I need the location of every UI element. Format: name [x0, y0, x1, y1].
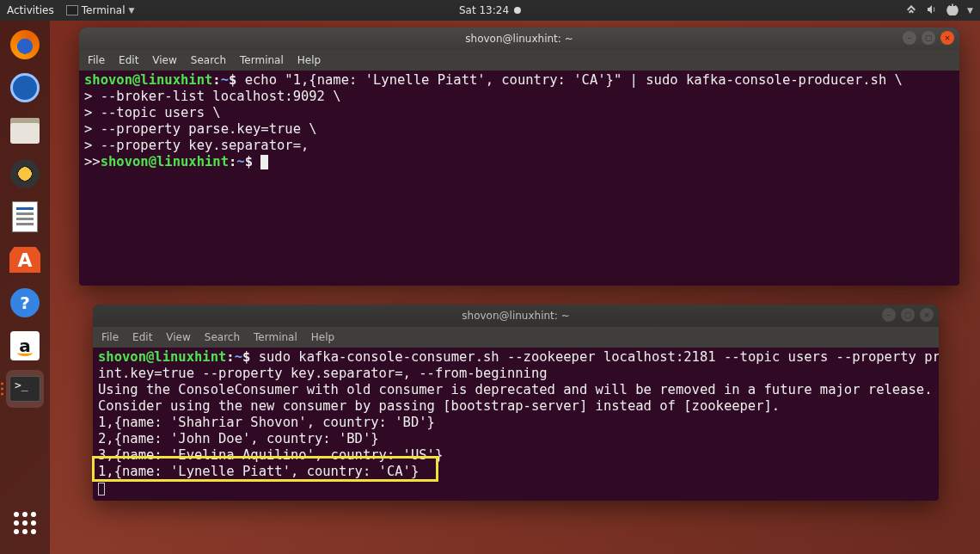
chevron-down-icon: ▼: [967, 6, 973, 15]
writer-icon: [12, 201, 38, 232]
output-row-2: 2,{name: 'John Doe', country: 'BD'}: [98, 431, 379, 446]
close-button[interactable]: ×: [920, 308, 934, 322]
firefox-icon: [10, 30, 40, 59]
menu-terminal[interactable]: Terminal: [254, 331, 297, 343]
amazon-icon: a: [10, 331, 40, 360]
menubar: File Edit View Search Terminal Help: [93, 327, 939, 348]
prompt-path: ~: [235, 349, 242, 365]
prompt-colon: :: [212, 72, 220, 88]
prompt-dollar: $: [229, 72, 245, 88]
menu-view[interactable]: View: [152, 54, 176, 66]
cmd-line-3: > --property parse.key=true \: [84, 121, 317, 137]
prompt-dollar-2: $: [245, 154, 261, 169]
menu-file[interactable]: File: [101, 331, 119, 343]
terminal-body[interactable]: shovon@linuxhint:~$ sudo kafka-console-c…: [93, 348, 939, 501]
dock-app-terminal[interactable]: [6, 370, 44, 408]
minimize-button[interactable]: –: [903, 31, 916, 45]
volume-icon: [926, 3, 938, 18]
clock-label: Sat 13:24: [459, 4, 509, 16]
cmd-line-1: int.key=true --property key.separator=, …: [98, 366, 548, 381]
output-row-3: 3,{name: 'Evelina Aquilino', country: 'U…: [98, 447, 443, 463]
chevron-down-icon: ▼: [128, 6, 134, 15]
output-line-1: Consider using the new consumer by passi…: [98, 398, 780, 414]
menu-view[interactable]: View: [166, 331, 190, 343]
menu-search[interactable]: Search: [205, 331, 240, 343]
prompt-path: ~: [221, 72, 229, 88]
cursor-icon: [260, 155, 268, 169]
dock-app-thunderbird[interactable]: [6, 69, 44, 107]
help-icon: ?: [10, 288, 40, 317]
window-title: shovon@linuxhint: ~: [465, 33, 573, 45]
software-icon: [9, 247, 40, 273]
output-row-4: 1,{name: 'Lynelle Piatt', country: 'CA'}: [98, 464, 419, 479]
prompt-user-2: shovon@linuxhint: [101, 154, 229, 169]
appmenu-terminal[interactable]: Terminal ▼: [66, 4, 135, 16]
output-row-1: 1,{name: 'Shahriar Shovon', country: 'BD…: [98, 415, 435, 430]
prompt-user: shovon@linuxhint: [98, 349, 226, 365]
dock-app-help[interactable]: ?: [6, 284, 44, 322]
cmd-line-4: > --property key.separator=,: [84, 138, 309, 153]
prompt-path-2: ~: [236, 154, 244, 169]
notification-dot-icon: [514, 7, 521, 14]
activities-button[interactable]: Activities: [7, 4, 54, 16]
close-button[interactable]: ×: [940, 31, 954, 45]
menu-edit[interactable]: Edit: [119, 54, 138, 66]
menu-help[interactable]: Help: [311, 331, 334, 343]
minimize-button[interactable]: –: [882, 308, 896, 322]
power-icon: [946, 3, 959, 18]
cursor-outline-icon: [98, 483, 105, 496]
maximize-button[interactable]: ▢: [901, 308, 915, 322]
terminal-body[interactable]: shovon@linuxhint:~$ echo "1,{name: 'Lyne…: [79, 71, 959, 175]
window-title: shovon@linuxhint: ~: [462, 310, 569, 322]
system-status-area[interactable]: ▼: [905, 3, 973, 18]
cmd-line-5: >>: [84, 154, 101, 169]
titlebar[interactable]: shovon@linuxhint: ~ – ▢ ×: [79, 28, 959, 50]
terminal-window-consumer: shovon@linuxhint: ~ – ▢ × File Edit View…: [93, 305, 939, 501]
menu-file[interactable]: File: [88, 54, 105, 66]
clock[interactable]: Sat 13:24: [459, 4, 521, 16]
menu-search[interactable]: Search: [191, 54, 226, 66]
dock-app-rhythmbox[interactable]: [6, 155, 44, 193]
dock-app-files[interactable]: [6, 112, 44, 150]
apps-grid-icon: [14, 512, 36, 534]
maximize-button[interactable]: ▢: [922, 31, 935, 45]
menubar: File Edit View Search Terminal Help: [79, 50, 959, 71]
terminal-window-producer: shovon@linuxhint: ~ – ▢ × File Edit View…: [79, 28, 959, 286]
prompt-dollar: $: [242, 349, 259, 365]
prompt-colon-2: :: [229, 154, 236, 169]
show-applications-button[interactable]: [6, 504, 44, 542]
menu-help[interactable]: Help: [297, 54, 321, 66]
files-icon: [10, 118, 40, 144]
network-icon: [905, 3, 917, 18]
dock-app-software[interactable]: [6, 241, 44, 279]
appmenu-label: Terminal: [82, 4, 126, 16]
thunderbird-icon: [10, 73, 40, 102]
terminal-small-icon: [66, 5, 78, 15]
menu-terminal[interactable]: Terminal: [240, 54, 284, 66]
dock-app-writer[interactable]: [6, 198, 44, 236]
dock-app-amazon[interactable]: a: [6, 327, 44, 365]
titlebar[interactable]: shovon@linuxhint: ~ – ▢ ×: [93, 305, 939, 327]
cmd-line-2: > --topic users \: [84, 105, 221, 120]
terminal-icon: [9, 376, 40, 402]
rhythmbox-icon: [10, 159, 40, 188]
output-line-0: Using the ConsoleConsumer with old consu…: [98, 382, 933, 397]
dock-app-firefox[interactable]: [6, 26, 44, 64]
cmd-line-0: echo "1,{name: 'Lynelle Piatt', country:…: [245, 72, 903, 88]
dock: ? a: [0, 21, 50, 554]
cmd-line-0: sudo kafka-console-consumer.sh --zookeep…: [259, 349, 939, 365]
prompt-colon: :: [226, 349, 234, 365]
cmd-line-1: > --broker-list localhost:9092 \: [84, 89, 341, 104]
gnome-topbar: Activities Terminal ▼ Sat 13:24 ▼: [0, 0, 980, 21]
prompt-user: shovon@linuxhint: [84, 72, 212, 88]
menu-edit[interactable]: Edit: [132, 331, 152, 343]
